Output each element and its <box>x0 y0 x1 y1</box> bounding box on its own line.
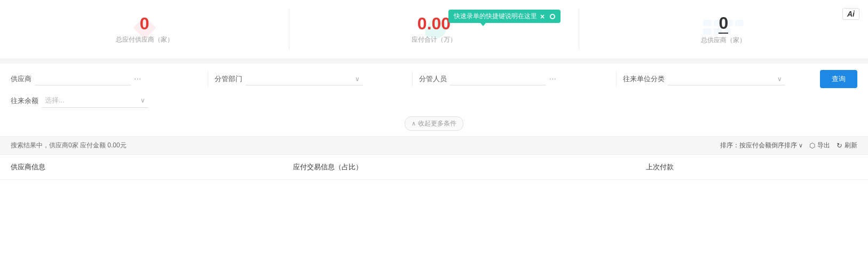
sort-chevron-icon: ∨ <box>799 142 803 149</box>
collapse-label: 收起更多条件 <box>418 119 456 128</box>
filter-row-2: 往来余额 选择... ∨ <box>11 93 857 108</box>
department-label: 分管部门 <box>215 74 242 84</box>
table-body <box>0 180 868 275</box>
balance-label: 往来余额 <box>11 96 38 106</box>
supplier-more-btn[interactable]: ··· <box>134 74 141 84</box>
balance-select[interactable]: 选择... ∨ <box>42 93 148 108</box>
supplier-filter: 供应商 ··· <box>11 73 201 85</box>
collapse-row: ∧ 收起更多条件 <box>11 113 857 136</box>
top-stats-bar: 0 总应付供应商（家） 0.00 应付合计（万） 快速录单的快捷键说明在这里 × <box>0 0 868 59</box>
search-button[interactable]: 查询 <box>820 70 857 88</box>
sort-dropdown[interactable]: 排序：按应付会额倒序排序 ∨ <box>720 141 803 150</box>
collapse-chevron-icon: ∧ <box>412 120 416 127</box>
results-actions: 排序：按应付会额倒序排序 ∨ ⬡ 导出 ↻ 刷新 <box>720 141 857 150</box>
filter-row-1: 供应商 ··· 分管部门 ∨ 分管人员 ··· <box>11 70 857 88</box>
stat-total-payable-vendors: 0 总应付供应商（家） <box>0 9 289 50</box>
divider-1 <box>208 72 208 87</box>
balance-select-placeholder: 选择... <box>45 96 65 105</box>
results-info: 搜索结果中，供应商0家 应付金额 0.00元 <box>11 141 127 150</box>
supplier-label: 供应商 <box>11 74 31 84</box>
person-label: 分管人员 <box>419 74 447 84</box>
diamond-icon <box>131 14 158 41</box>
tooltip-text: 快速录单的快捷键说明在这里 <box>454 12 537 21</box>
stat-total-vendors: 0 总供应商（家） Ai <box>579 9 868 50</box>
payable-total-number: 0.00 <box>417 14 451 33</box>
export-icon: ⬡ <box>809 142 815 150</box>
supplier-input[interactable] <box>35 73 131 85</box>
results-bar: 搜索结果中，供应商0家 应付金额 0.00元 排序：按应付会额倒序排序 ∨ ⬡ … <box>0 137 868 155</box>
unit-category-chevron: ∨ <box>777 75 782 83</box>
table-header: 供应商信息 应付交易信息（占比） 上次付款 <box>0 155 868 180</box>
table: 供应商信息 应付交易信息（占比） 上次付款 <box>0 155 868 275</box>
refresh-label: 刷新 <box>845 141 857 150</box>
col-supplier-header: 供应商信息 <box>11 162 293 172</box>
col-transaction-header: 应付交易信息（占比） <box>293 162 646 172</box>
total-vendors-number: 0 <box>719 14 728 34</box>
export-label: 导出 <box>817 141 830 150</box>
ai-label[interactable]: Ai <box>842 8 859 20</box>
unit-category-label: 往来单位分类 <box>623 74 665 84</box>
tooltip-bubble: 快速录单的快捷键说明在这里 × <box>448 10 561 23</box>
unit-category-filter: 往来单位分类 ∨ <box>623 73 814 85</box>
sort-label: 排序：按应付会额倒序排序 <box>720 141 797 150</box>
divider-3 <box>616 72 617 87</box>
person-filter: 分管人员 ··· <box>419 73 610 85</box>
department-chevron: ∨ <box>355 75 360 83</box>
divider-2 <box>412 72 413 87</box>
department-select[interactable]: ∨ <box>246 73 363 85</box>
tooltip-dot <box>550 14 555 19</box>
results-info-text: 搜索结果中，供应商0家 应付金额 0.00元 <box>11 142 127 149</box>
unit-category-select[interactable]: ∨ <box>668 73 785 85</box>
col-last-payment-header: 上次付款 <box>646 162 858 172</box>
tooltip-close-btn[interactable]: × <box>540 12 545 21</box>
total-vendors-label: 总供应商（家） <box>701 36 746 45</box>
stat-payable-total: 0.00 应付合计（万） 快速录单的快捷键说明在这里 × <box>289 9 579 50</box>
person-more-btn[interactable]: ··· <box>549 74 556 84</box>
refresh-icon: ↻ <box>837 142 842 150</box>
department-filter: 分管部门 ∨ <box>215 73 405 85</box>
person-input[interactable] <box>450 73 546 85</box>
filter-bar: 供应商 ··· 分管部门 ∨ 分管人员 ··· <box>0 64 868 137</box>
balance-filter: 往来余额 选择... ∨ <box>11 93 160 108</box>
payable-total-label: 应付合计（万） <box>412 35 456 44</box>
collapse-btn[interactable]: ∧ 收起更多条件 <box>405 116 463 131</box>
refresh-btn[interactable]: ↻ 刷新 <box>837 141 857 150</box>
balance-chevron: ∨ <box>140 97 145 104</box>
export-btn[interactable]: ⬡ 导出 <box>809 141 830 150</box>
